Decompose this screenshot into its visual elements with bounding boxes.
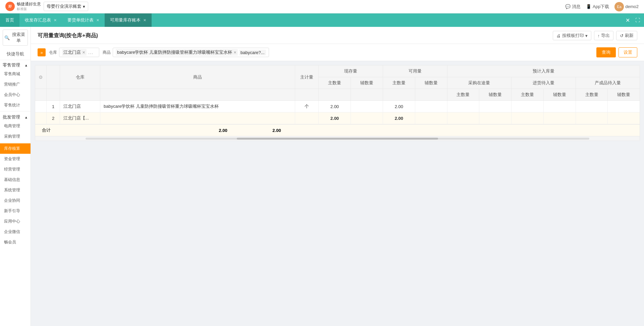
search-menu-label: 搜索菜单 <box>11 32 26 44</box>
divider-1 <box>0 111 31 111</box>
cell-settings-2 <box>35 112 47 124</box>
scroll-thumb[interactable] <box>237 138 438 140</box>
page-actions: 🖨 按模板打印 ▾ ↑ 导出 ↺ 刷新 <box>553 31 638 40</box>
settings-icon[interactable]: ⚙ <box>39 75 43 80</box>
footer-available-main: 2.00 <box>263 128 290 133</box>
warehouse-label: 仓库 <box>49 50 57 55</box>
scroll-bar-container <box>35 136 640 141</box>
nav-tabs: 首页 收发存汇总表 ✕ 要货单统计表 ✕ 可用量库存账本 ✕ ✕ ⛶ <box>0 13 644 27</box>
sidebar-item-system[interactable]: 系统管理 <box>0 185 31 195</box>
user-name: demo2 <box>625 4 639 9</box>
close-yaohuo-icon[interactable]: ✕ <box>96 18 99 22</box>
top-bar: 好 畅捷通好生意 标准版 母婴行业演示账套 ▾ 💬 消息 📱 App下载 Ea … <box>0 0 644 13</box>
th-warehouse: 仓库 <box>60 65 100 89</box>
warehouse-tag-value: 江北门店 <box>63 49 81 55</box>
tab-home[interactable]: 首页 <box>0 13 19 27</box>
th-rownum <box>47 65 60 89</box>
sidebar-item-newbie[interactable]: 新手引导 <box>0 206 31 216</box>
print-btn[interactable]: 🖨 按模板打印 ▾ <box>553 31 591 40</box>
scroll-track[interactable] <box>86 138 589 140</box>
cell-settings-1 <box>35 101 47 112</box>
cell-incoming-main-1 <box>512 101 544 112</box>
footer-values-area: 2.00 2.00 <box>186 128 636 133</box>
sidebar-item-wechat[interactable]: 企业微信 <box>0 227 31 237</box>
tab-keyongliang[interactable]: 可用量库存账本 ✕ <box>105 13 152 27</box>
tab-yaohuo[interactable]: 要货单统计表 ✕ <box>62 13 105 27</box>
logo-area: 好 畅捷通好生意 标准版 <box>5 2 41 11</box>
expand-icon: » <box>40 50 43 55</box>
sidebar-item-member2[interactable]: 畅会员 <box>0 237 31 247</box>
wholesale-section-label: 批发管理 <box>3 114 20 120</box>
sidebar-item-enterprise[interactable]: 企业协同 <box>0 195 31 206</box>
phone-icon: 📱 <box>586 4 591 9</box>
sidebar-item-business[interactable]: 经营管理 <box>0 164 31 175</box>
product-tag-1-close-icon[interactable]: ✕ <box>233 50 236 55</box>
sidebar-item-app-center[interactable]: 应用中心 <box>0 216 31 227</box>
th-production-incoming: 产成品待入量 <box>576 77 640 89</box>
tab-shoufacun[interactable]: 收发存汇总表 ✕ <box>19 13 62 27</box>
sidebar-section-wholesale[interactable]: 批发管理 ▲ <box>0 112 31 121</box>
sidebar-item-inventory[interactable]: 库存核算 <box>0 143 31 154</box>
cell-current-aux-1 <box>351 101 383 112</box>
retail-arrow-icon: ▲ <box>24 63 28 67</box>
cell-avail-aux-2 <box>415 112 447 124</box>
th-unit: 主计量 <box>295 65 319 89</box>
cell-purchase-main-1 <box>447 101 479 112</box>
sidebar-item-quick-nav[interactable]: 快捷导航 <box>0 48 31 60</box>
search-menu-btn[interactable]: 🔍 搜索菜单 <box>3 30 28 46</box>
setting-btn[interactable]: 设置 <box>619 47 637 57</box>
cell-avail-aux-1 <box>415 101 447 112</box>
home-label: 首页 <box>5 17 14 23</box>
warehouse-tag-close-icon[interactable]: ✕ <box>82 50 85 55</box>
th-purchase-transit: 采购在途量 <box>447 77 512 89</box>
nav-expand-button[interactable]: ⛶ <box>634 17 641 23</box>
filter-expand-btn[interactable]: » <box>38 48 46 56</box>
cell-unit-1: 个 <box>295 101 319 112</box>
sidebar-item-retail-stats[interactable]: 零售统计 <box>0 100 31 110</box>
quick-nav-label: 快捷导航 <box>7 51 24 56</box>
close-shoufacun-icon[interactable]: ✕ <box>54 18 57 22</box>
product-input[interactable]: babycare学饮杯 儿童防摔防撞吸管杯重力球吸嘴杯宝宝水杯 ✕ babyca… <box>113 48 269 57</box>
th-production-aux: 辅数量 <box>608 89 640 101</box>
cell-avail-main-1: 2.00 <box>383 101 415 112</box>
th-incoming: 进货待入量 <box>512 77 576 89</box>
sidebar-item-ecommerce[interactable]: 电商管理 <box>0 121 31 131</box>
warehouse-input[interactable]: 江北门店 ✕ … <box>59 48 99 57</box>
sidebar-item-purchase[interactable]: 采购管理 <box>0 131 31 142</box>
sidebar-item-basic-info[interactable]: 基础信息 <box>0 175 31 185</box>
nav-close-button[interactable]: ✕ <box>624 17 631 24</box>
cell-rownum-2: 2 <box>47 112 60 124</box>
app-download-btn[interactable]: 📱 App下载 <box>586 4 609 10</box>
sidebar-item-retail-mall[interactable]: 零售商城 <box>0 69 31 79</box>
refresh-btn[interactable]: ↺ 刷新 <box>616 31 637 40</box>
message-btn[interactable]: 💬 消息 <box>565 4 581 10</box>
tab-label-keyongliang: 可用量库存账本 <box>110 17 141 23</box>
cell-avail-main-2: 2.00 <box>383 112 415 124</box>
cell-production-aux-1 <box>608 101 640 112</box>
sidebar-item-marketing[interactable]: 营销推广 <box>0 79 31 90</box>
sidebar-search: 🔍 搜索菜单 <box>0 27 31 48</box>
th-purchase-main: 主数量 <box>447 89 479 101</box>
th-sub-current-main <box>319 89 351 101</box>
query-btn[interactable]: 查询 <box>596 47 616 57</box>
top-bar-right: 💬 消息 📱 App下载 Ea demo2 <box>565 2 639 11</box>
user-area[interactable]: Ea demo2 <box>614 2 639 11</box>
cell-production-main-2 <box>576 112 608 124</box>
logo-icon: 好 <box>5 2 15 11</box>
sidebar-section-retail[interactable]: 零售管理 ▲ <box>0 60 31 69</box>
th-settings: ⚙ <box>35 65 47 89</box>
export-btn[interactable]: ↑ 导出 <box>594 31 614 40</box>
th-sub-avail-main <box>383 89 415 101</box>
filter-more-icon[interactable]: … <box>88 49 93 55</box>
logo-text-block: 畅捷通好生意 标准版 <box>17 2 41 11</box>
cell-production-aux-2 <box>608 112 640 124</box>
close-keyongliang-icon[interactable]: ✕ <box>143 18 146 22</box>
industry-selector[interactable]: 母婴行业演示账套 ▾ <box>44 2 88 11</box>
cell-current-main-1: 2.00 <box>319 101 351 112</box>
sidebar-item-finance[interactable]: 资金管理 <box>0 154 31 164</box>
divider-2 <box>0 142 31 143</box>
footer-label-area: 合计 <box>39 127 186 133</box>
sidebar-item-member[interactable]: 会员中心 <box>0 90 31 100</box>
table-row: 1 江北门店 babycare学饮杯 儿童防摔防撞吸管杯重力球吸嘴杯宝宝水杯 个… <box>35 101 640 112</box>
th-purchase-aux: 辅数量 <box>479 89 512 101</box>
